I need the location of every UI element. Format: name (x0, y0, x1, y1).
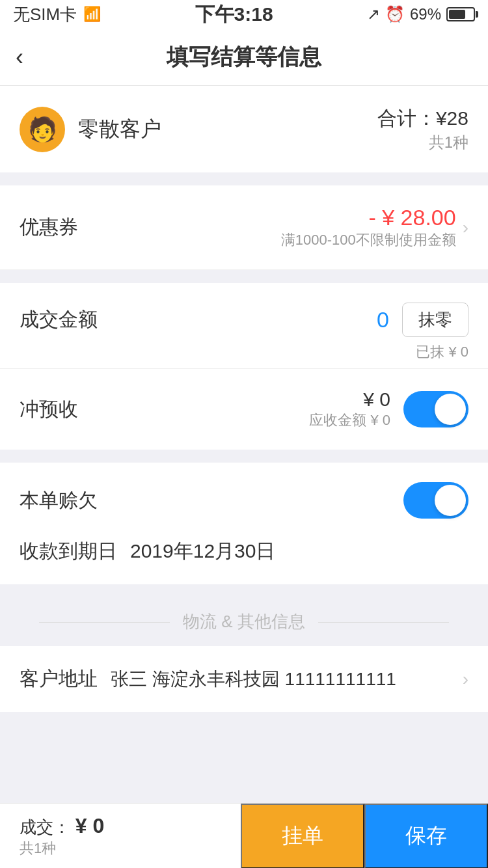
customer-left: 🧑 零散客户 (20, 107, 161, 152)
prepay-sub: 应收金额 ¥ 0 (309, 411, 390, 430)
address-value: 张三 海淀永丰科技园 11111111111 (98, 667, 463, 692)
bottom-deal-count: 共1种 (20, 839, 221, 858)
location-icon: ↗ (367, 5, 380, 23)
prepay-label: 冲预收 (20, 396, 78, 423)
debt-label: 本单赊欠 (20, 487, 98, 514)
address-chevron-icon: › (463, 669, 468, 690)
customer-right: 合计：¥28 共1种 (377, 105, 468, 153)
battery-icon (446, 7, 475, 21)
bottom-bar: 成交： ¥ 0 共1种 挂单 保存 (0, 803, 488, 868)
deal-amount-sub: 已抹 ¥ 0 (20, 342, 468, 362)
prepay-right: ¥ 0 应收金额 ¥ 0 (309, 388, 468, 430)
address-label: 客户地址 (20, 666, 98, 692)
debt-toggle[interactable] (403, 482, 468, 519)
deal-amount-row: 成交金额 0 抹零 (20, 303, 468, 337)
coupon-amount: - ¥ 28.00 (281, 205, 456, 230)
coupon-description: 满1000-100不限制使用金额 (281, 230, 456, 250)
avatar-icon: 🧑 (28, 116, 57, 143)
address-section[interactable]: 客户地址 张三 海淀永丰科技园 11111111111 › (0, 646, 488, 712)
deal-amount-value: 0 (350, 307, 389, 332)
bottom-deal-amount: ¥ 0 (75, 814, 104, 837)
address-row[interactable]: 客户地址 张三 海淀永丰科技园 11111111111 › (0, 646, 488, 712)
coupon-label: 优惠券 (20, 214, 98, 241)
due-date-value: 2019年12月30日 (130, 538, 275, 565)
logistics-label: 物流 & 其他信息 (170, 612, 318, 631)
due-date-label: 收款到期日 (20, 538, 117, 565)
coupon-content: - ¥ 28.00 满1000-100不限制使用金额 (281, 205, 456, 250)
coupon-row[interactable]: 优惠券 - ¥ 28.00 满1000-100不限制使用金额 › (0, 185, 488, 270)
debt-row: 本单赊欠 (0, 463, 488, 538)
bottom-deal-label: 成交： (20, 817, 70, 837)
prepay-amount: ¥ 0 (309, 388, 390, 411)
bottom-deal-row: 成交： ¥ 0 (20, 814, 221, 839)
wifi-icon: 📶 (83, 6, 101, 23)
status-left: 无SIM卡 📶 (13, 3, 101, 26)
alarm-icon: ⏰ (385, 5, 405, 23)
prepay-values: ¥ 0 应收金额 ¥ 0 (309, 388, 390, 430)
battery-label: 69% (410, 5, 441, 23)
logistics-divider: 物流 & 其他信息 (0, 597, 488, 646)
total-count: 共1种 (377, 132, 468, 153)
page-title: 填写结算等信息 (167, 42, 321, 72)
status-bar: 无SIM卡 📶 下午3:18 ↗ ⏰ 69% (0, 0, 488, 29)
customer-section: 🧑 零散客户 合计：¥28 共1种 (0, 86, 488, 172)
deal-amount-right: 0 抹零 (350, 303, 468, 337)
avatar: 🧑 (20, 107, 65, 152)
status-right: ↗ ⏰ 69% (367, 5, 475, 23)
toggle-thumb (435, 394, 466, 425)
nav-bar: ‹ 填写结算等信息 (0, 29, 488, 86)
coupon-right: - ¥ 28.00 满1000-100不限制使用金额 › (281, 205, 468, 250)
prepay-toggle[interactable] (403, 391, 468, 427)
round-zero-button[interactable]: 抹零 (402, 303, 468, 337)
status-time: 下午3:18 (195, 1, 273, 28)
customer-name: 零散客户 (78, 115, 161, 144)
carrier-label: 无SIM卡 (13, 3, 77, 26)
save-button[interactable]: 保存 (364, 804, 488, 869)
bottom-info: 成交： ¥ 0 共1种 (0, 814, 241, 858)
coupon-section[interactable]: 优惠券 - ¥ 28.00 满1000-100不限制使用金额 › (0, 185, 488, 270)
hang-button[interactable]: 挂单 (241, 804, 364, 869)
prepay-row: 冲预收 ¥ 0 应收金额 ¥ 0 (0, 368, 488, 450)
deal-amount-section: 成交金额 0 抹零 已抹 ¥ 0 (0, 283, 488, 368)
bottom-spacer (0, 725, 488, 803)
deal-amount-label: 成交金额 (20, 306, 98, 333)
chevron-icon: › (463, 217, 468, 238)
amount-section: 成交金额 0 抹零 已抹 ¥ 0 冲预收 ¥ 0 应收金额 ¥ 0 (0, 283, 488, 450)
total-amount: 合计：¥28 (377, 105, 468, 132)
debt-toggle-thumb (435, 485, 466, 516)
back-button[interactable]: ‹ (16, 44, 23, 71)
battery-fill (449, 10, 465, 19)
debt-section: 本单赊欠 收款到期日 2019年12月30日 (0, 463, 488, 584)
due-date-row: 收款到期日 2019年12月30日 (0, 538, 488, 584)
